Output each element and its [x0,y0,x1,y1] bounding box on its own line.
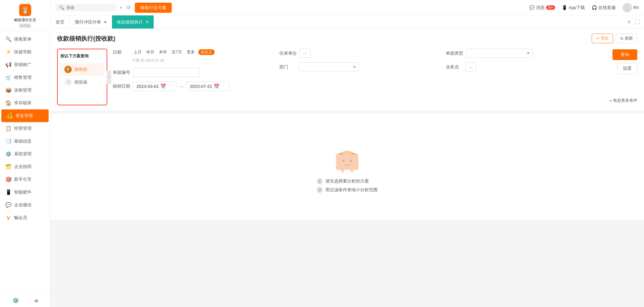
cal-icon-start: 📅 [160,84,166,89]
user-area[interactable]: Rit [623,3,639,12]
sidebar-item-system[interactable]: ⚙️ 系统管理 [0,148,50,160]
system-icon: ⚙️ [5,151,11,157]
date-shortcut-7days[interactable]: 近7天 [170,49,183,56]
sidebar-menu: 🔍 搜索菜单 ⚡ 快捷导航 📢 营销推广 🛒 销售管理 📦 采购管理 🏠 库存核… [0,32,50,294]
date-custom-badge[interactable]: 自定义 [198,49,215,55]
topbar-search-box[interactable]: 🔍 [56,4,116,11]
svg-rect-3 [341,168,344,172]
counterpart-input[interactable]: ··· [300,49,311,58]
doc-type-select[interactable] [466,49,533,58]
date-no-limit-text: 不限 至 2023-07-26 [132,58,164,62]
finance-icon: 💰 [7,113,13,119]
phone-icon: 📱 [562,5,567,10]
refresh-button[interactable]: ↻ 刷新 [616,34,637,43]
panel-collapse-button[interactable]: « [107,70,111,84]
empty-tip-2: 2 用过滤条件来缩小分析范围 [317,187,378,193]
sidebar-item-search[interactable]: 🔍 搜索菜单 [0,33,50,46]
cal-icon-end: 📅 [214,84,219,89]
app-download-item[interactable]: 📱 App下载 [562,5,585,11]
tab-close-prepay[interactable]: ✕ [104,20,107,24]
message-item[interactable]: 💬 消息 99+ [529,5,555,11]
sidebar-item-finance[interactable]: 💰 资金管理 [1,109,49,122]
writeoff-date-label: 核销日期 [113,83,130,89]
message-badge: 99+ [546,5,555,10]
filter-option-by-receipt[interactable]: 💵 按收款 [60,63,104,76]
filter-form-right: 日期 上月 本月 本年 近7天 更多 自定义 [113,49,637,105]
tab-prepay[interactable]: 预付冲应付单 ✕ [70,15,112,29]
ops-icon: 📋 [5,125,11,132]
solution-button[interactable]: 体验行业方案 [135,3,172,13]
writeoff-date-start-value: 2023-03-01 [137,84,159,89]
export-icon: ↗ [596,36,599,41]
svg-point-1 [342,160,345,162]
expand-tab-icon[interactable]: ⛶ [635,19,640,25]
staff-input[interactable]: ··· [465,62,476,71]
sidebar-item-ops[interactable]: 📋 经营管理 [0,122,50,135]
filter-field-writeoff-date: 核销日期 2023-03-01 📅 — [113,82,230,91]
sidebar-item-inventory[interactable]: 🏠 库存核算 [0,97,50,109]
tab-home[interactable]: 首页 [50,15,70,29]
app-name: 畅捷通好生意 [14,17,36,22]
close-tab-icon[interactable]: ✕ [627,19,631,25]
tab-writeoff[interactable]: 收款核销执行 ✕ [112,15,154,29]
member-icon: V [5,215,11,221]
collapse-more-button[interactable]: « 收起更多条件 [113,96,637,105]
collab-icon: 🗂️ [5,164,11,170]
dept-select[interactable] [299,62,359,71]
doc-type-label: 单据类型 [446,50,463,56]
filter-field-doctype: 单据类型 [446,49,533,58]
date-label: 日期 [113,49,129,55]
counterpart-label: 往来单位 [279,50,297,56]
logo-icon: 🐰 [19,4,31,16]
filter-row-docnum: 单据编号 [113,68,273,77]
date-shortcut-this-month[interactable]: 本月 [145,49,156,56]
sidebar-item-basic[interactable]: 📑 基础信息 [0,135,50,148]
writeoff-date-end-input[interactable]: 2023-07-21 📅 [186,82,230,91]
avatar [623,3,632,12]
filter-option-by-receivable[interactable]: 🕐 按应收 [60,76,104,89]
collapse-sidebar-icon[interactable]: ◀ [34,297,38,304]
online-service-item[interactable]: 🎧 在线客服 [592,5,616,11]
sidebar-item-member[interactable]: V 畅会员 [0,211,50,224]
svg-rect-4 [351,168,353,172]
sidebar-item-sales[interactable]: 🛒 销售管理 [0,71,50,84]
export-button[interactable]: ↗ 导出 [592,34,613,43]
writeoff-date-start-input[interactable]: 2023-03-01 📅 [133,82,176,91]
date-shortcut-more[interactable]: 更多 [185,49,196,56]
query-button[interactable]: 查询 [612,49,637,60]
settings-bottom-icon[interactable]: ⚙️ [12,297,19,304]
refresh-icon: ↻ [620,36,624,41]
filter-field-dept: 部门 [279,62,359,71]
filter-row-writeoff-date: 核销日期 2023-03-01 📅 — [113,82,273,91]
tab-close-writeoff[interactable]: ✕ [146,20,149,24]
settings-button[interactable]: 设置 [617,63,637,74]
search-chevron-icon: ▾ [120,5,122,10]
tabbar: 首页 预付冲应付单 ✕ 收款核销执行 ✕ ✕ ⛶ [50,15,644,29]
doc-number-input[interactable] [133,68,200,77]
headset-icon: 🎧 [592,5,597,10]
date-shortcut-last-month[interactable]: 上月 [132,49,143,56]
sidebar-item-collab[interactable]: 🗂️ 企业协同 [0,160,50,173]
writeoff-date-end-value: 2023-07-21 [190,84,212,89]
hardware-icon: 📱 [5,189,11,195]
svg-point-2 [350,160,352,162]
search-input[interactable] [66,5,107,10]
sidebar-item-purchase[interactable]: 📦 采购管理 [0,84,50,97]
sidebar-item-marketing[interactable]: 📢 营销推广 [0,58,50,71]
gear-icon[interactable]: ⚙ [126,4,131,11]
sidebar-item-wechat[interactable]: 💬 企业微信 [0,199,50,211]
filter-row-date: 日期 上月 本月 本年 近7天 更多 自定义 [113,49,273,56]
tip-num-1: 1 [317,178,323,184]
search-icon: 🔍 [5,36,11,42]
filter-row-doctype: 单据类型 [446,49,606,58]
tabbar-actions: ✕ ⛶ [623,15,644,29]
sidebar-item-guide[interactable]: 🎯 新手引导 [0,173,50,186]
sales-icon: 🛒 [5,74,11,81]
sidebar-item-nav[interactable]: ⚡ 快捷导航 [0,46,50,58]
filter-section: 按以下方案查询 💵 按收款 🕐 按应收 « [50,43,644,111]
inventory-icon: 🏠 [5,100,11,106]
sidebar-item-hardware[interactable]: 📱 智能硬件 [0,186,50,199]
collapse-chevron-icon: « [609,98,612,103]
sidebar-bottom: ⚙️ ◀ [0,294,50,307]
date-shortcut-this-year[interactable]: 本年 [158,49,168,56]
